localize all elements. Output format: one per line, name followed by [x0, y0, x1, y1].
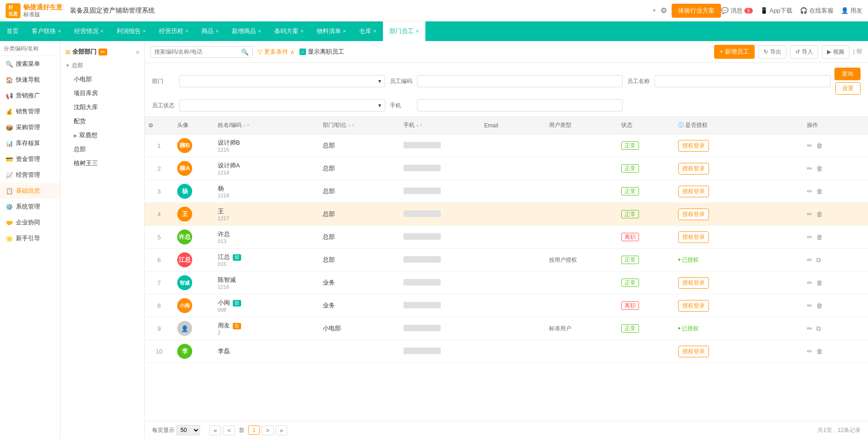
- delete-icon[interactable]: 🗑: [816, 302, 823, 309]
- delete-icon[interactable]: 🗑: [816, 210, 823, 218]
- edit-icon[interactable]: ✏: [807, 348, 812, 355]
- delete-icon[interactable]: 🗑: [816, 348, 823, 355]
- nav-item-employees[interactable]: 部门员工 ×: [383, 21, 425, 41]
- edit-icon[interactable]: ✏: [807, 302, 812, 309]
- collapse-tree-button[interactable]: «: [136, 48, 139, 56]
- close-icon[interactable]: ×: [373, 28, 376, 35]
- search-input-wrapper[interactable]: 🔍: [150, 46, 253, 58]
- view-button[interactable]: ▶ 视频: [822, 45, 849, 59]
- show-resigned-checkbox[interactable]: ✓: [299, 49, 306, 55]
- next-page-button[interactable]: >: [262, 425, 274, 435]
- close-icon[interactable]: ×: [185, 28, 188, 35]
- dept-edit-icon[interactable]: ✏: [98, 49, 107, 56]
- nav-item-goods[interactable]: 商品 ×: [195, 21, 225, 41]
- more-conditions-button[interactable]: ▽ 更多条件 ∧: [257, 48, 295, 56]
- close-icon[interactable]: ×: [100, 28, 104, 35]
- show-resigned-toggle[interactable]: ✓ 显示离职员工: [299, 48, 344, 56]
- delete-icon[interactable]: 🗑: [816, 165, 823, 172]
- th-name-code[interactable]: 姓名/编码 ▲▼: [214, 117, 319, 134]
- tree-item-headquarters-parent[interactable]: ▼ 总部: [61, 59, 144, 72]
- sidebar-search-input[interactable]: [4, 45, 61, 52]
- page-size-select[interactable]: 50 20 100: [176, 425, 200, 435]
- tree-item-xiaodian[interactable]: 小电部: [61, 72, 144, 86]
- close-icon[interactable]: ×: [343, 28, 346, 35]
- settings-icon[interactable]: ⚙: [660, 6, 667, 15]
- nav-item-customer[interactable]: 客户联络 ×: [25, 21, 68, 41]
- sidebar-item-search[interactable]: 🔍 搜索菜单: [0, 56, 60, 72]
- auth-button[interactable]: 授权登录: [678, 163, 709, 174]
- delete-icon[interactable]: 🗑: [816, 233, 823, 241]
- delete-icon[interactable]: 🗑: [816, 279, 823, 286]
- edit-icon[interactable]: ✏: [807, 210, 812, 218]
- sidebar-item-collab[interactable]: 🤝 企业协同: [0, 215, 60, 230]
- close-icon[interactable]: ×: [58, 28, 61, 35]
- export-button[interactable]: ↻ 导出: [758, 45, 786, 59]
- dept-all-label[interactable]: 全部部门: [72, 48, 97, 56]
- user-menu[interactable]: 👤 用友: [841, 7, 862, 15]
- tree-item-dispatch[interactable]: 配货: [61, 114, 144, 128]
- search-button[interactable]: 查询: [834, 68, 861, 80]
- edit-icon[interactable]: ✏: [807, 188, 812, 195]
- auth-button[interactable]: 授权登录: [678, 209, 709, 220]
- nav-item-add-goods[interactable]: 新增商品 ×: [225, 21, 268, 41]
- help-icon[interactable]: | 帮: [853, 48, 862, 56]
- emp-code-input[interactable]: [417, 75, 623, 87]
- auth-button[interactable]: 授权登录: [678, 140, 709, 152]
- nav-item-history[interactable]: 经营历程 ×: [153, 21, 195, 41]
- auth-button[interactable]: 授权登录: [678, 346, 709, 357]
- close-icon[interactable]: ×: [215, 28, 219, 35]
- prev-page-button[interactable]: <: [223, 425, 235, 435]
- nav-item-bom[interactable]: 物料清单 ×: [310, 21, 353, 41]
- tree-item-hq[interactable]: 总部: [61, 142, 144, 156]
- import-button[interactable]: ↺ 导入: [790, 45, 818, 59]
- sidebar-item-sales[interactable]: 💰 销售管理: [0, 104, 60, 119]
- sidebar-item-purchase[interactable]: 📦 采购管理: [0, 119, 60, 135]
- tree-item-shenyang[interactable]: 沈阳大库: [61, 100, 144, 114]
- edit-icon[interactable]: ✏: [807, 142, 812, 149]
- edit-icon[interactable]: ✏: [807, 256, 812, 264]
- message-button[interactable]: 💬 消息 5: [721, 7, 753, 15]
- sidebar-item-finance[interactable]: 💳 资金管理: [0, 151, 60, 167]
- last-page-button[interactable]: »: [276, 425, 287, 435]
- nav-item-barcode[interactable]: 条码方案 ×: [268, 21, 310, 41]
- phone-input[interactable]: [417, 99, 623, 111]
- auth-button[interactable]: 授权登录: [678, 277, 709, 289]
- tree-item-shuanglu[interactable]: ▶ 双鹿想: [61, 128, 144, 142]
- emp-name-input[interactable]: [654, 75, 831, 87]
- delete-icon[interactable]: 🗑: [816, 142, 823, 149]
- sidebar-item-system[interactable]: ⚙️ 系统管理: [0, 199, 60, 215]
- sidebar-item-inventory[interactable]: 📊 库存核算: [0, 135, 60, 151]
- nav-item-home[interactable]: 首页: [0, 21, 25, 41]
- close-icon[interactable]: ×: [258, 28, 261, 35]
- tree-item-zhishu[interactable]: 植树王三: [61, 156, 144, 170]
- th-settings[interactable]: ⚙: [145, 117, 174, 134]
- th-phone[interactable]: 手机 ▲▼: [400, 117, 480, 134]
- auth-button[interactable]: 授权登录: [678, 186, 709, 197]
- edit-icon[interactable]: ✏: [807, 233, 812, 241]
- online-service-button[interactable]: 🎧 在线客服: [800, 7, 833, 15]
- edit-icon[interactable]: ✏: [807, 279, 812, 286]
- sidebar-item-quicknav[interactable]: 🏠 快速导航: [0, 72, 60, 88]
- copy-icon[interactable]: ⧉: [816, 256, 821, 264]
- sidebar-item-guide[interactable]: 🌟 新手引导: [0, 230, 60, 246]
- auth-button[interactable]: 授权登录: [678, 231, 709, 243]
- edit-icon[interactable]: ✏: [807, 325, 812, 333]
- first-page-button[interactable]: «: [209, 425, 221, 435]
- sidebar-item-basic[interactable]: 📋 基础信息: [0, 183, 60, 199]
- system-dropdown-arrow[interactable]: ▾: [653, 7, 656, 14]
- sidebar-item-mgmt[interactable]: 📈 经营管理: [0, 167, 60, 183]
- app-download-button[interactable]: 📱 App下载: [760, 7, 792, 15]
- search-input[interactable]: [154, 49, 238, 55]
- nav-item-operation[interactable]: 经营情况 ×: [68, 21, 110, 41]
- edit-icon[interactable]: ✏: [807, 165, 812, 172]
- emp-status-select[interactable]: ▾: [179, 99, 385, 111]
- dept-filter-select[interactable]: ▾: [179, 75, 385, 87]
- close-icon[interactable]: ×: [300, 28, 304, 35]
- tree-item-project[interactable]: 项目库房: [61, 86, 144, 100]
- copy-icon[interactable]: ⧉: [816, 325, 821, 333]
- auth-button[interactable]: 授权登录: [678, 300, 709, 312]
- sidebar-item-marketing[interactable]: 📢 营销推广: [0, 88, 60, 104]
- nav-item-profit[interactable]: 利润报告 ×: [110, 21, 153, 41]
- th-dept-pos[interactable]: 部门/职位 ▲▼: [319, 117, 400, 134]
- close-icon[interactable]: ×: [143, 28, 146, 35]
